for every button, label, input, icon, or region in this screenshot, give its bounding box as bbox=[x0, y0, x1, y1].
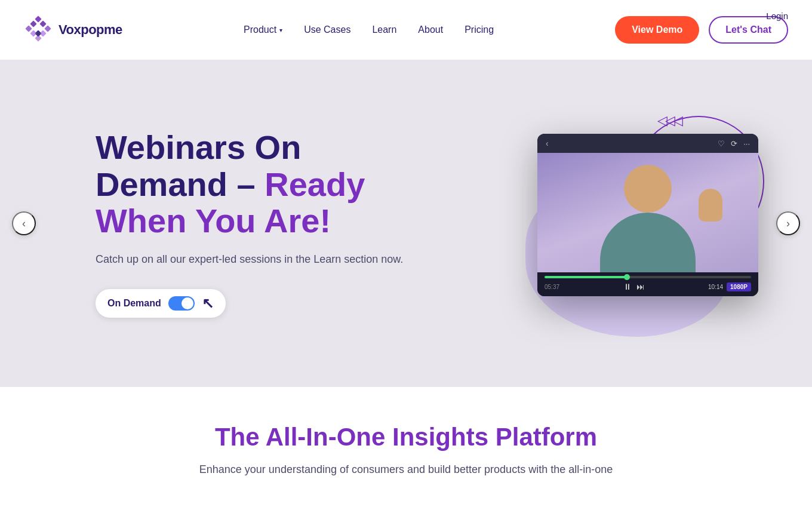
hero-title-dark: Demand – bbox=[96, 165, 264, 203]
person-hand bbox=[699, 189, 722, 222]
progress-bar[interactable] bbox=[545, 276, 751, 278]
on-demand-toggle: On Demand ↖ bbox=[96, 289, 226, 318]
person-face bbox=[624, 165, 672, 213]
video-card-header: ‹ ♡ ⟳ ··· bbox=[537, 134, 758, 153]
quality-badge: 1080P bbox=[727, 282, 751, 291]
hero-subtitle: Catch up on all our expert-led sessions … bbox=[96, 251, 403, 268]
svg-rect-6 bbox=[30, 30, 36, 36]
video-card-icons: ♡ ⟳ ··· bbox=[718, 139, 750, 148]
nav-item-about[interactable]: About bbox=[418, 24, 443, 35]
toggle-label: On Demand bbox=[107, 298, 161, 309]
hero-next-button[interactable]: › bbox=[776, 211, 800, 235]
svg-rect-4 bbox=[39, 20, 46, 27]
nav-item-use-cases[interactable]: Use Cases bbox=[304, 24, 350, 35]
svg-rect-7 bbox=[39, 30, 46, 36]
video-screen bbox=[537, 153, 758, 272]
pause-button[interactable]: ⏸ bbox=[623, 282, 632, 291]
below-hero-section: The All-In-One Insights Platform Enhance… bbox=[0, 387, 812, 502]
toggle-knob bbox=[182, 297, 193, 309]
header-actions: View Demo Let's Chat bbox=[615, 16, 788, 44]
refresh-icon: ⟳ bbox=[731, 139, 737, 148]
toggle-switch[interactable] bbox=[168, 296, 195, 311]
logo[interactable]: Voxpopme bbox=[24, 16, 122, 44]
chevron-down-icon: ▾ bbox=[279, 27, 282, 33]
cursor-icon: ↖ bbox=[202, 295, 214, 312]
person-visual bbox=[537, 153, 758, 272]
hero-banner: ‹ Webinars On Demand – Ready When You Ar… bbox=[0, 60, 812, 387]
logo-icon bbox=[24, 16, 53, 44]
chevron-right-icon: › bbox=[786, 217, 790, 230]
view-demo-button[interactable]: View Demo bbox=[615, 16, 699, 44]
nav-item-product[interactable]: Product ▾ bbox=[244, 24, 282, 35]
timestamp: 05:37 bbox=[545, 284, 559, 290]
header: Voxpopme Product ▾ Use Cases Learn About… bbox=[0, 0, 812, 60]
video-time: 10:14 bbox=[708, 284, 723, 290]
nav-item-learn[interactable]: Learn bbox=[372, 24, 396, 35]
logo-text: Voxpopme bbox=[59, 22, 122, 38]
progress-dot bbox=[624, 274, 630, 280]
hero-title: Webinars On Demand – Ready When You Are! bbox=[96, 129, 403, 239]
nav-item-pricing[interactable]: Pricing bbox=[465, 24, 494, 35]
svg-rect-8 bbox=[35, 35, 41, 41]
hero-visual: ◁◁◁ ‹ ♡ ⟳ ··· bbox=[513, 110, 764, 337]
svg-rect-2 bbox=[44, 25, 51, 32]
svg-rect-0 bbox=[35, 16, 41, 22]
heart-icon: ♡ bbox=[718, 139, 725, 148]
below-hero-subtitle: Enhance your understanding of consumers … bbox=[197, 461, 615, 478]
hero-inner: Webinars On Demand – Ready When You Are!… bbox=[0, 60, 812, 387]
hero-content: Webinars On Demand – Ready When You Are!… bbox=[96, 129, 403, 318]
hero-title-purple: Ready bbox=[264, 165, 365, 203]
hero-title-line3: When You Are! bbox=[96, 202, 331, 239]
deco-arrows: ◁◁◁ bbox=[657, 113, 681, 128]
svg-rect-1 bbox=[25, 25, 32, 32]
svg-rect-3 bbox=[30, 20, 36, 27]
below-hero-title: The All-In-One Insights Platform bbox=[24, 423, 788, 451]
video-card: ‹ ♡ ⟳ ··· bbox=[537, 134, 758, 296]
video-meta: 10:14 1080P bbox=[708, 282, 751, 291]
main-nav: Product ▾ Use Cases Learn About Pricing bbox=[244, 24, 494, 35]
controls-row: 05:37 ⏸ ⏭ 10:14 1080P bbox=[545, 282, 751, 291]
video-back-icon[interactable]: ‹ bbox=[546, 139, 549, 148]
video-card-controls: 05:37 ⏸ ⏭ 10:14 1080P bbox=[537, 272, 758, 296]
progress-fill bbox=[545, 276, 627, 278]
hero-prev-button[interactable]: ‹ bbox=[12, 211, 36, 235]
login-link[interactable]: Login bbox=[766, 11, 788, 21]
person-body bbox=[600, 213, 696, 272]
more-icon: ··· bbox=[743, 139, 750, 148]
chevron-left-icon: ‹ bbox=[22, 217, 26, 230]
ctrl-buttons: ⏸ ⏭ bbox=[623, 282, 645, 291]
next-button[interactable]: ⏭ bbox=[636, 282, 645, 291]
